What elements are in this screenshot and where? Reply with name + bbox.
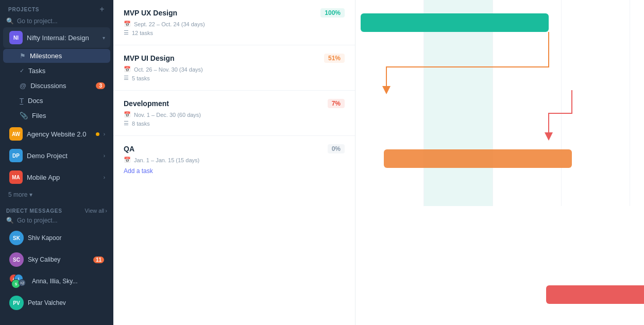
add-task-link[interactable]: Add a task bbox=[124, 167, 153, 175]
dm-search-input[interactable] bbox=[17, 217, 107, 224]
project-item-demo[interactable]: DP Demo Project › bbox=[3, 145, 110, 166]
gantt-inner bbox=[355, 0, 644, 206]
chevron-right-icon: › bbox=[104, 131, 105, 137]
notification-dot bbox=[96, 132, 99, 136]
calendar-icon: 📅 bbox=[124, 21, 131, 27]
group-avatar: A I S +2 bbox=[9, 274, 28, 288]
avatar: NI bbox=[9, 31, 23, 44]
gantt-bar-mvp-ux[interactable] bbox=[361, 13, 549, 32]
dm-item-sky[interactable]: SC Sky Calibey 11 bbox=[3, 249, 110, 270]
milestone-row: QA 0% 📅 Jan. 1 – Jan. 15 (15 days) Add a… bbox=[113, 136, 355, 183]
dm-item-petar[interactable]: PV Petar Valchev bbox=[3, 293, 110, 313]
dm-badge: 11 bbox=[93, 256, 104, 263]
milestone-row: MVP UX Design 100% 📅 Sept. 22 – Oct. 24 … bbox=[113, 0, 355, 45]
dm-search[interactable]: 🔍 bbox=[0, 216, 113, 227]
chevron-right-icon: › bbox=[104, 175, 105, 180]
milestone-date: 📅 Nov. 1 – Dec. 30 (60 days) bbox=[124, 111, 345, 118]
avatar: SC bbox=[9, 252, 24, 267]
project-name: Agency Website 2.0 bbox=[27, 130, 92, 138]
main-content: MVP UX Design 100% 📅 Sept. 22 – Oct. 24 … bbox=[113, 0, 644, 325]
gantt-rows bbox=[355, 0, 644, 206]
project-search[interactable]: 🔍 bbox=[0, 15, 113, 27]
milestone-percent: 100% bbox=[320, 8, 345, 18]
calendar-icon: 📅 bbox=[124, 157, 131, 163]
project-search-input[interactable] bbox=[17, 18, 107, 25]
sidebar-item-label: Docs bbox=[28, 97, 43, 105]
tasks-icon: ☰ bbox=[124, 75, 129, 81]
project-name: Demo Project bbox=[27, 152, 99, 160]
tasks-icon: ☰ bbox=[124, 29, 129, 36]
files-icon: 📎 bbox=[20, 112, 28, 119]
discussions-badge: 3 bbox=[96, 82, 105, 89]
dm-header: DIRECT MESSAGES View all › bbox=[0, 201, 113, 216]
more-projects-button[interactable]: 5 more ▾ bbox=[0, 188, 113, 201]
milestone-percent: 0% bbox=[328, 144, 345, 153]
tasks-icon: ☰ bbox=[124, 120, 129, 127]
milestone-percent: 7% bbox=[328, 99, 345, 108]
docs-icon: T̲ bbox=[20, 97, 24, 105]
sidebar-item-docs[interactable]: T̲ Docs bbox=[3, 94, 110, 108]
milestone-title: MVP UI Design bbox=[124, 54, 175, 62]
gantt-row-3 bbox=[355, 181, 644, 227]
sidebar-item-files[interactable]: 📎 Files bbox=[3, 109, 110, 123]
milestone-title: MVP UX Design bbox=[124, 9, 177, 17]
milestones-panel: MVP UX Design 100% 📅 Sept. 22 – Oct. 24 … bbox=[113, 0, 355, 325]
sidebar-item-label: Milestones bbox=[30, 52, 62, 60]
projects-section-label: PROJECTS bbox=[0, 7, 97, 12]
milestone-title: Development bbox=[124, 99, 169, 108]
sidebar-item-label: Discussions bbox=[30, 82, 66, 90]
add-project-button[interactable]: + bbox=[97, 4, 107, 14]
milestone-row: MVP UI Design 51% 📅 Oct. 26 – Nov. 30 (3… bbox=[113, 45, 355, 91]
sidebar-item-label: Files bbox=[32, 112, 46, 119]
milestone-date: 📅 Sept. 22 – Oct. 24 (34 days) bbox=[124, 21, 345, 27]
dm-user-name: Shiv Kapoor bbox=[28, 234, 104, 242]
milestone-title: QA bbox=[124, 145, 134, 153]
check-icon: ✓ bbox=[20, 67, 24, 74]
project-item-nifty[interactable]: NI Nifty Internal: Design ▾ bbox=[3, 27, 110, 48]
project-name: Nifty Internal: Design bbox=[27, 34, 98, 42]
calendar-icon: 📅 bbox=[124, 66, 131, 73]
project-name: Mobile App bbox=[27, 174, 99, 181]
chevron-right-icon: › bbox=[104, 153, 105, 159]
milestone-date: 📅 Oct. 26 – Nov. 30 (34 days) bbox=[124, 66, 345, 73]
dm-user-name: Sky Calibey bbox=[28, 256, 89, 263]
dm-section-label: DIRECT MESSAGES bbox=[6, 208, 85, 214]
milestone-date: 📅 Jan. 1 – Jan. 15 (15 days) bbox=[124, 157, 345, 163]
dm-item-shiv[interactable]: SK Shiv Kapoor bbox=[3, 228, 110, 248]
milestone-tasks: ☰ 5 tasks bbox=[124, 75, 345, 81]
gantt-bar-development[interactable] bbox=[546, 285, 644, 304]
gantt-panel[interactable] bbox=[355, 0, 644, 325]
view-all-link[interactable]: View all › bbox=[85, 208, 107, 214]
project-item-agency[interactable]: AW Agency Website 2.0 › bbox=[3, 124, 110, 144]
sidebar-item-discussions[interactable]: @ Discussions 3 bbox=[3, 79, 110, 93]
search-icon: 🔍 bbox=[6, 217, 14, 224]
project-item-mobile[interactable]: MA Mobile App › bbox=[3, 167, 110, 187]
sidebar-item-milestones[interactable]: ⚑ Milestones bbox=[3, 49, 110, 63]
sidebar: PROJECTS + 🔍 NI Nifty Internal: Design ▾… bbox=[0, 0, 113, 325]
avatar: MA bbox=[9, 170, 23, 184]
chevron-right-icon: › bbox=[105, 208, 107, 214]
sidebar-item-label: Tasks bbox=[28, 67, 45, 75]
gantt-container: MVP UX Design 100% 📅 Sept. 22 – Oct. 24 … bbox=[113, 0, 644, 325]
chevron-down-icon: ▾ bbox=[103, 35, 105, 41]
avatar: DP bbox=[9, 149, 23, 162]
gantt-row-1 bbox=[355, 0, 644, 45]
search-icon: 🔍 bbox=[6, 18, 14, 25]
avatar: AW bbox=[9, 127, 23, 141]
dm-user-name: Petar Valchev bbox=[28, 299, 104, 306]
milestone-tasks: ☰ 8 tasks bbox=[124, 120, 345, 127]
more-label: 5 more bbox=[8, 191, 27, 198]
dm-user-name: Anna, Illia, Sky... bbox=[32, 278, 104, 285]
chevron-down-icon: ▾ bbox=[29, 191, 32, 198]
dm-item-group[interactable]: A I S +2 Anna, Illia, Sky... bbox=[3, 271, 110, 292]
gantt-row-2 bbox=[355, 91, 644, 136]
gantt-bar-mvp-ui[interactable] bbox=[384, 149, 572, 168]
projects-header: PROJECTS + bbox=[0, 0, 113, 15]
milestone-tasks: ☰ 12 tasks bbox=[124, 29, 345, 36]
avatar: SK bbox=[9, 231, 24, 245]
milestones-icon: ⚑ bbox=[20, 52, 26, 60]
milestone-percent: 51% bbox=[324, 54, 345, 63]
calendar-icon: 📅 bbox=[124, 111, 131, 118]
milestone-row: Development 7% 📅 Nov. 1 – Dec. 30 (60 da… bbox=[113, 91, 355, 136]
sidebar-item-tasks[interactable]: ✓ Tasks bbox=[3, 64, 110, 78]
